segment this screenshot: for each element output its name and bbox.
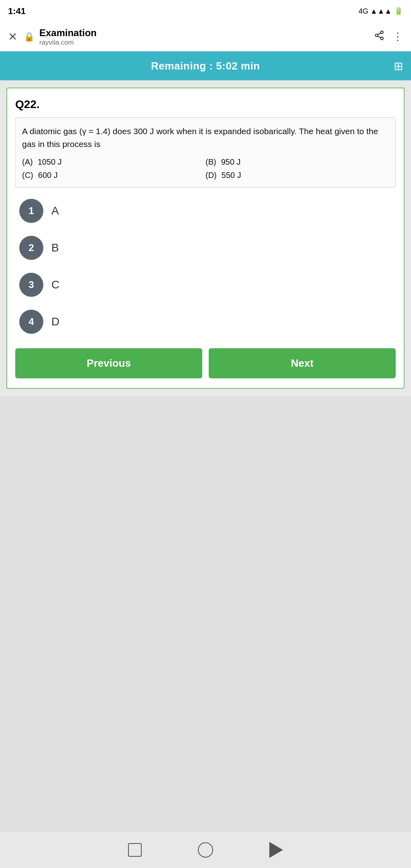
android-back-button[interactable] xyxy=(269,842,283,858)
more-options-icon[interactable]: ⋮ xyxy=(393,31,403,43)
option-b-label: (B) xyxy=(206,157,216,167)
options-grid: (A) 1050 J (B) 950 J (C) 600 J (D) 550 J xyxy=(22,157,389,180)
grid-icon[interactable]: ⊞ xyxy=(394,59,403,73)
nav-buttons: Previous Next xyxy=(15,348,396,378)
option-c-value: 600 J xyxy=(38,171,58,180)
signal-icon: 4G ▲▲▲ xyxy=(359,7,392,16)
answer-row-1[interactable]: 1 A xyxy=(19,199,396,223)
option-a-label: (A) xyxy=(22,157,33,167)
android-home-button[interactable] xyxy=(198,842,213,858)
timer-bar: Remaining : 5:02 min ⊞ xyxy=(0,51,411,80)
question-box: A diatomic gas (γ = 1.4) does 300 J work… xyxy=(15,117,396,188)
question-number: Q22. xyxy=(15,98,396,111)
option-d-value: 550 J xyxy=(222,171,241,180)
close-icon[interactable]: ✕ xyxy=(8,30,17,43)
status-bar: 1:41 4G ▲▲▲ 🔋 xyxy=(0,0,411,22)
answer-choices: 1 A 2 B 3 C 4 D xyxy=(15,199,396,334)
browser-actions: ⋮ xyxy=(374,30,403,43)
browser-title: Examination xyxy=(39,27,374,39)
lock-icon: 🔒 xyxy=(24,32,35,42)
option-d: (D) 550 J xyxy=(206,171,389,180)
option-a: (A) 1050 J xyxy=(22,157,206,167)
option-b-value: 950 J xyxy=(221,157,241,167)
next-button[interactable]: Next xyxy=(209,348,396,378)
answer-number-4: 4 xyxy=(28,316,34,327)
answer-letter-1: A xyxy=(51,204,59,217)
share-icon[interactable] xyxy=(374,30,385,43)
content-card: Q22. A diatomic gas (γ = 1.4) does 300 J… xyxy=(6,88,405,389)
answer-circle-3: 3 xyxy=(19,273,43,297)
answer-circle-4: 4 xyxy=(19,310,43,334)
previous-button[interactable]: Previous xyxy=(15,348,202,378)
answer-letter-2: B xyxy=(51,241,59,254)
answer-circle-1: 1 xyxy=(19,199,43,223)
browser-title-block: Examination rayvila.com xyxy=(39,27,374,47)
battery-icon: 🔋 xyxy=(394,7,403,16)
answer-letter-4: D xyxy=(51,315,59,328)
answer-circle-2: 2 xyxy=(19,236,43,260)
browser-url: rayvila.com xyxy=(39,39,374,47)
answer-number-2: 2 xyxy=(28,242,34,253)
status-time: 1:41 xyxy=(8,6,26,16)
question-text: A diatomic gas (γ = 1.4) does 300 J work… xyxy=(22,125,389,150)
answer-row-2[interactable]: 2 B xyxy=(19,236,396,260)
option-a-value: 1050 J xyxy=(38,157,62,167)
timer-text: Remaining : 5:02 min xyxy=(151,60,260,72)
answer-row-3[interactable]: 3 C xyxy=(19,273,396,297)
answer-row-4[interactable]: 4 D xyxy=(19,310,396,334)
option-c: (C) 600 J xyxy=(22,171,206,180)
option-d-label: (D) xyxy=(206,171,217,180)
status-icons: 4G ▲▲▲ 🔋 xyxy=(359,7,403,16)
svg-line-3 xyxy=(378,36,380,38)
android-square-button[interactable] xyxy=(128,843,142,857)
answer-number-3: 3 xyxy=(28,279,34,290)
option-c-label: (C) xyxy=(22,171,33,180)
answer-letter-3: C xyxy=(51,278,59,291)
browser-bar: ✕ 🔒 Examination rayvila.com ⋮ xyxy=(0,22,411,51)
bottom-area xyxy=(0,396,411,832)
svg-line-4 xyxy=(378,33,380,35)
option-b: (B) 950 J xyxy=(206,157,389,167)
android-nav xyxy=(0,832,411,868)
answer-number-1: 1 xyxy=(28,205,34,216)
